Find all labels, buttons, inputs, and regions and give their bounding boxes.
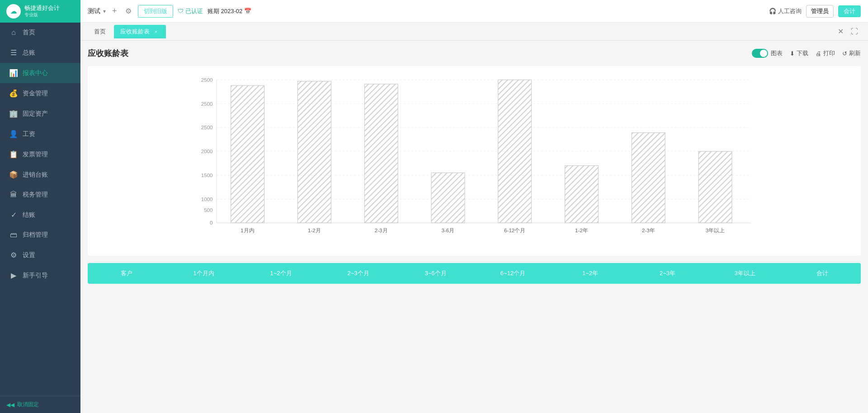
support-btn[interactable]: 🎧 人工咨询 [769, 7, 802, 15]
page-title: 应收账龄表 [88, 48, 128, 59]
svg-text:2500: 2500 [201, 101, 213, 107]
admin-btn[interactable]: 管理员 [806, 5, 834, 18]
download-label: 下载 [797, 49, 808, 57]
table-header-cell: 合计 [783, 263, 861, 284]
refresh-btn[interactable]: ↺ 刷新 [842, 49, 861, 57]
ledger-icon: ☰ [9, 48, 18, 57]
table-header-cell: 1~2个月 [242, 263, 320, 284]
svg-text:1000: 1000 [201, 196, 213, 202]
table-header: 客户1个月内1~2个月2~3个月3~6个月6~12个月1~2年2~3年3年以上合… [88, 263, 861, 284]
archive-icon: 🗃 [9, 231, 18, 239]
inventory-icon: 📦 [9, 170, 18, 179]
table-header-cell: 6~12个月 [474, 263, 552, 284]
headset-icon: 🎧 [769, 8, 776, 14]
sidebar-item-settings[interactable]: ⚙ 设置 [0, 245, 80, 265]
sidebar-item-assets[interactable]: 🏢 固定资产 [0, 103, 80, 124]
sidebar-label-inventory: 进销台账 [23, 171, 48, 179]
cancel-fixed-btn[interactable]: ◀◀ 取消固定 [0, 396, 80, 413]
sidebar-item-tax[interactable]: 🏛 税务管理 [0, 185, 80, 205]
svg-text:3年以上: 3年以上 [706, 227, 725, 233]
svg-text:2500: 2500 [201, 124, 213, 130]
table-header-cell: 客户 [88, 263, 165, 284]
sidebar-label-guide: 新手引导 [23, 272, 48, 280]
tab-home[interactable]: 首页 [88, 25, 112, 38]
sidebar-item-home[interactable]: ⌂ 首页 [0, 23, 80, 42]
period-label: 账期 [208, 7, 219, 15]
support-label: 人工咨询 [778, 7, 802, 15]
table-header-cell: 2~3年 [629, 263, 706, 284]
expand-btn[interactable]: ⛶ [848, 27, 861, 37]
page-header: 应收账龄表 图表 ⬇ 下载 🖨 打印 ↺ 刷新 [88, 48, 861, 59]
table-header-cell: 3~6个月 [397, 263, 474, 284]
sidebar-item-inventory[interactable]: 📦 进销台账 [0, 164, 80, 185]
home-icon: ⌂ [9, 28, 18, 37]
main-content: 测试 ▾ + ⚙ 切到旧版 🛡 已认证 账期 2023-02 📅 🎧 人工咨询 … [80, 0, 868, 413]
sidebar-label-closing: 结账 [23, 211, 35, 219]
table-container: 客户1个月内1~2个月2~3个月3~6个月6~12个月1~2年2~3年3年以上合… [88, 263, 861, 284]
sidebar-label-invoice: 发票管理 [23, 150, 48, 159]
switch-old-btn[interactable]: 切到旧版 [138, 5, 173, 18]
bar-6 [565, 166, 599, 223]
bar-chart-svg: 2500 2500 2500 2000 1500 1000 500 0 [97, 75, 852, 247]
sidebar-item-archive[interactable]: 🗃 归档管理 [0, 225, 80, 245]
sidebar-item-invoice[interactable]: 📋 发票管理 [0, 144, 80, 164]
topbar: 测试 ▾ + ⚙ 切到旧版 🛡 已认证 账期 2023-02 📅 🎧 人工咨询 … [80, 0, 868, 23]
sidebar-item-funds[interactable]: 💰 资金管理 [0, 83, 80, 103]
svg-text:500: 500 [204, 207, 212, 213]
sidebar-label-tax: 税务管理 [23, 191, 48, 199]
refresh-label: 刷新 [849, 49, 861, 57]
svg-text:2000: 2000 [201, 148, 213, 154]
settings-icon[interactable]: ⚙ [123, 7, 133, 15]
sidebar-label-funds: 资金管理 [23, 89, 48, 98]
print-icon: 🖨 [816, 50, 821, 57]
tabs-bar: 首页 应收账龄表 × ✕ ⛶ [80, 23, 868, 41]
sidebar-item-closing[interactable]: ✓ 结账 [0, 205, 80, 225]
chart-toggle[interactable] [752, 49, 768, 58]
tab-accounts-aging[interactable]: 应收账龄表 × [114, 25, 166, 38]
period-info: 账期 2023-02 📅 [208, 7, 252, 15]
svg-text:2-3月: 2-3月 [375, 227, 388, 233]
certified-badge: 🛡 已认证 [178, 7, 203, 15]
period-value: 2023-02 [221, 8, 243, 14]
svg-text:2-3年: 2-3年 [642, 227, 655, 233]
sidebar-label-ledger: 总账 [23, 49, 35, 57]
chart-area: 2500 2500 2500 2000 1500 1000 500 0 [97, 75, 852, 247]
logo-text: 畅捷通好会计 [24, 5, 60, 12]
svg-text:1月内: 1月内 [241, 227, 254, 233]
svg-text:6-12个月: 6-12个月 [504, 227, 525, 233]
close-tab-btn[interactable]: ✕ [835, 26, 846, 37]
sidebar-item-payroll[interactable]: 👤 工资 [0, 124, 80, 144]
sidebar-label-reports: 报表中心 [23, 69, 48, 77]
sidebar-item-guide[interactable]: ▶ 新手引导 [0, 265, 80, 286]
svg-text:1-2年: 1-2年 [575, 227, 588, 233]
download-icon: ⬇ [790, 50, 795, 57]
certified-label: 已认证 [185, 7, 203, 15]
sidebar-label-payroll: 工资 [23, 130, 35, 138]
project-name: 测试 [88, 7, 100, 15]
sidebar-item-reports[interactable]: 📊 报表中心 [0, 63, 80, 83]
pin-icon: ◀◀ [6, 402, 14, 408]
sidebar-item-ledger[interactable]: ☰ 总账 [0, 42, 80, 63]
shield-icon: 🛡 [178, 8, 184, 14]
bar-7 [632, 133, 665, 223]
tax-icon: 🏛 [9, 191, 18, 199]
payroll-icon: 👤 [9, 130, 18, 138]
svg-text:0: 0 [210, 220, 212, 225]
role-btn[interactable]: 会计 [838, 5, 861, 17]
tab-close-btn[interactable]: × [152, 28, 160, 35]
calendar-icon[interactable]: 📅 [244, 8, 251, 14]
logo-icon: ☁ [6, 4, 21, 19]
add-project-btn[interactable]: + [110, 6, 119, 16]
project-selector[interactable]: 测试 ▾ [88, 7, 106, 15]
refresh-icon: ↺ [842, 50, 847, 57]
svg-text:2500: 2500 [201, 77, 213, 83]
sidebar-logo: ☁ 畅捷通好会计 专业版 [0, 0, 80, 23]
assets-icon: 🏢 [9, 109, 18, 118]
invoice-icon: 📋 [9, 150, 18, 159]
tab-label: 应收账龄表 [120, 28, 150, 36]
close-icon: × [155, 29, 157, 34]
settings-icon: ⚙ [9, 251, 18, 259]
download-btn[interactable]: ⬇ 下载 [790, 49, 808, 57]
print-btn[interactable]: 🖨 打印 [816, 49, 835, 57]
logo-sub: 专业版 [24, 12, 60, 18]
